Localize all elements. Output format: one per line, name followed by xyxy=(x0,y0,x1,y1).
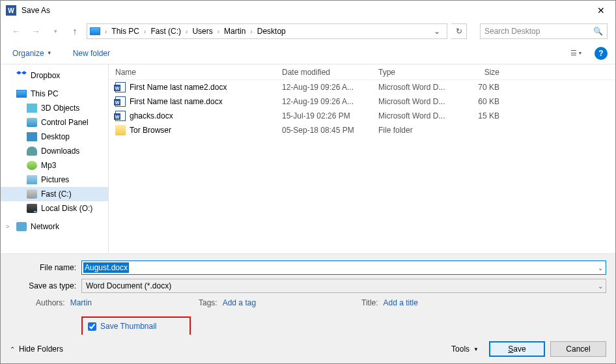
header-date[interactable]: Date modified xyxy=(275,68,372,77)
dl-icon xyxy=(27,147,37,156)
tools-label: Tools xyxy=(451,344,469,354)
tree-item-mp3[interactable]: Mp3 xyxy=(1,158,108,173)
view-options-button[interactable]: ☰▼ xyxy=(565,46,588,61)
search-input[interactable]: Search Desktop 🔍 xyxy=(480,23,608,39)
authors-value[interactable]: Martin xyxy=(70,298,92,307)
file-name: ghacks.docx xyxy=(130,111,173,120)
save-button[interactable]: Save xyxy=(489,341,545,357)
tree-item-label: Desktop xyxy=(41,132,70,141)
save-label: Save xyxy=(508,344,525,354)
column-headers[interactable]: Name Date modified Type Size xyxy=(109,64,615,80)
crumb-drive[interactable]: Fast (C:) xyxy=(149,27,182,36)
tree-item-label: Downloads xyxy=(41,147,79,156)
chevron-icon[interactable]: › xyxy=(216,28,221,35)
hide-folders-button[interactable]: ⌃ Hide Folders xyxy=(10,344,63,354)
tree-item-label: Network xyxy=(31,222,59,231)
forward-button[interactable]: → xyxy=(28,23,44,39)
tree-item-dropbox[interactable]: Dropbox xyxy=(1,68,108,83)
tree-item-local-disk-o-[interactable]: Local Disk (O:) xyxy=(1,201,108,216)
docx-icon xyxy=(115,96,126,107)
file-row[interactable]: ghacks.docx15-Jul-19 02:26 PMMicrosoft W… xyxy=(109,109,615,123)
filename-value: August.docx xyxy=(83,262,129,273)
file-list[interactable]: First Name last name2.docx12-Aug-19 09:2… xyxy=(109,80,615,137)
header-type[interactable]: Type xyxy=(372,68,450,77)
main-area: DropboxThis PC3D ObjectsControl PanelDes… xyxy=(1,64,615,253)
file-type: Microsoft Word D... xyxy=(372,97,450,106)
navigation-bar: ← → ▾ ↑ › This PC › Fast (C:) › Users › … xyxy=(1,20,615,42)
save-form: File name: August.docx ⌄ Save as type: W… xyxy=(1,253,615,341)
file-date: 12-Aug-19 09:26 A... xyxy=(275,97,372,106)
help-button[interactable]: ? xyxy=(595,47,608,60)
savetype-select[interactable]: Word Document (*.docx) ⌄ xyxy=(81,279,606,293)
address-dropdown[interactable]: ⌄ xyxy=(430,27,444,36)
cancel-label: Cancel xyxy=(566,344,590,354)
file-row[interactable]: First Name last name2.docx12-Aug-19 09:2… xyxy=(109,80,615,94)
tree-item-network[interactable]: >Network xyxy=(1,219,108,234)
tree-item-label: Control Panel xyxy=(41,118,89,127)
chevron-icon[interactable]: › xyxy=(248,28,254,35)
docx-icon xyxy=(115,82,126,92)
savetype-value: Word Document (*.docx) xyxy=(86,281,171,290)
dropbox-icon xyxy=(16,71,27,80)
new-folder-button[interactable]: New folder xyxy=(69,46,114,61)
chevron-down-icon[interactable]: ⌄ xyxy=(598,283,603,290)
chevron-icon[interactable]: › xyxy=(142,28,148,35)
tools-menu[interactable]: Tools ▼ xyxy=(446,342,484,356)
tree-item-fast-c-[interactable]: Fast (C:) xyxy=(1,187,108,201)
address-bar[interactable]: › This PC › Fast (C:) › Users › Martin ›… xyxy=(87,23,447,39)
recent-locations-button[interactable]: ▾ xyxy=(48,23,63,39)
title-value[interactable]: Add a title xyxy=(384,298,418,307)
expand-icon[interactable]: > xyxy=(6,223,9,230)
file-name: First Name last name2.docx xyxy=(130,83,227,92)
tree-item-label: Pictures xyxy=(41,175,69,184)
title-label: Title: xyxy=(361,298,378,307)
tree-item-label: Mp3 xyxy=(41,161,56,170)
file-list-pane: Name Date modified Type Size First Name … xyxy=(109,64,615,253)
tags-label: Tags: xyxy=(199,298,217,307)
net-icon xyxy=(16,222,27,231)
folder-icon xyxy=(115,125,126,135)
refresh-button[interactable]: ↻ xyxy=(451,23,467,39)
tags-value[interactable]: Add a tag xyxy=(223,298,256,307)
file-date: 12-Aug-19 09:26 A... xyxy=(275,83,372,92)
cancel-button[interactable]: Cancel xyxy=(550,341,606,357)
caret-down-icon: ▼ xyxy=(473,346,479,352)
header-size[interactable]: Size xyxy=(450,68,515,77)
filename-label: File name: xyxy=(10,263,81,272)
file-row[interactable]: First Name last name.docx12-Aug-19 09:26… xyxy=(109,94,615,109)
chevron-icon[interactable]: › xyxy=(103,28,109,35)
chevron-icon[interactable]: › xyxy=(184,28,189,35)
back-button[interactable]: ← xyxy=(8,23,24,39)
save-thumbnail-checkbox[interactable] xyxy=(88,322,96,331)
tree-item-downloads[interactable]: Downloads xyxy=(1,144,108,158)
chevron-down-icon[interactable]: ⌄ xyxy=(598,264,603,272)
crumb-users[interactable]: Users xyxy=(191,27,214,36)
tree-item-control-panel[interactable]: Control Panel xyxy=(1,115,108,130)
toolbar: Organize ▼ New folder ☰▼ ? xyxy=(1,42,615,64)
pc-icon xyxy=(90,27,100,35)
header-name[interactable]: Name xyxy=(109,68,275,77)
file-name: Tor Browser xyxy=(130,126,171,135)
crumb-martin[interactable]: Martin xyxy=(223,27,247,36)
up-button[interactable]: ↑ xyxy=(67,23,83,39)
obj3d-icon xyxy=(27,104,37,113)
tree-item-desktop[interactable]: Desktop xyxy=(1,130,108,144)
tree-item-pictures[interactable]: Pictures xyxy=(1,173,108,187)
tree-item-this-pc[interactable]: This PC xyxy=(1,87,108,101)
crumb-this-pc[interactable]: This PC xyxy=(110,27,141,36)
close-button[interactable]: ✕ xyxy=(592,3,610,18)
tree-item-label: Fast (C:) xyxy=(41,189,72,199)
filename-input[interactable]: August.docx ⌄ xyxy=(81,260,606,275)
tree-item-3d-objects[interactable]: 3D Objects xyxy=(1,101,108,115)
folder-tree[interactable]: DropboxThis PC3D ObjectsControl PanelDes… xyxy=(1,64,109,253)
window-title: Save As xyxy=(21,6,592,15)
tree-item-label: Local Disk (O:) xyxy=(41,204,92,213)
pic-icon xyxy=(27,175,37,184)
file-row[interactable]: Tor Browser05-Sep-18 08:45 PMFile folder xyxy=(109,123,615,137)
save-thumbnail-highlight: Save Thumbnail xyxy=(81,316,191,336)
organize-menu[interactable]: Organize ▼ xyxy=(8,46,56,61)
organize-label: Organize xyxy=(12,49,44,58)
crumb-desktop[interactable]: Desktop xyxy=(256,27,287,36)
docx-icon xyxy=(115,111,126,121)
save-thumbnail-label[interactable]: Save Thumbnail xyxy=(100,322,157,331)
